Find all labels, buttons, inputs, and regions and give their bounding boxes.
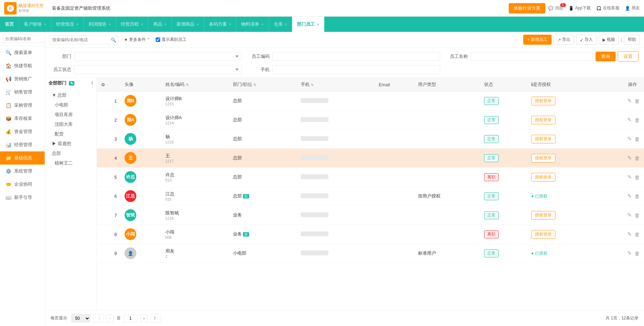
nav-tab-仓库[interactable]: 仓库×	[269, 17, 292, 32]
delete-icon[interactable]: 🗑	[635, 136, 640, 142]
nav-tab-close-商品[interactable]: ×	[164, 22, 166, 26]
settings-icon[interactable]: ⚙	[101, 82, 105, 87]
nav-tab-经营历程[interactable]: 经营历程×	[116, 17, 148, 32]
show-left-employees-label[interactable]: 显示离职员工	[156, 37, 187, 43]
dept-node-hq[interactable]: ▼ 总部	[45, 90, 97, 100]
nav-tab-close-仓库[interactable]: ×	[285, 22, 287, 26]
dept-node-shuangxiang[interactable]: ▶ 双鹿想	[45, 139, 97, 149]
edit-icon[interactable]: ✎	[627, 117, 632, 123]
page-size-select[interactable]: 50 20 100	[71, 314, 90, 323]
set-btn[interactable]: 设置	[618, 51, 638, 62]
sidebar-item-search-menu[interactable]: 🔍搜索菜单	[0, 46, 45, 59]
delete-icon[interactable]: 🗑	[635, 250, 640, 256]
nav-tab-首页[interactable]: 首页	[0, 17, 19, 32]
nav-tab-经营情况[interactable]: 经营情况×	[51, 17, 83, 32]
edit-icon[interactable]: ✎	[627, 155, 632, 161]
delete-icon[interactable]: 🗑	[635, 174, 640, 180]
edit-icon[interactable]: ✎	[627, 231, 632, 237]
import-btn[interactable]: ↙ 导入	[576, 35, 597, 45]
sidebar-item-inventory[interactable]: 📦库存核算	[0, 112, 45, 125]
delete-icon[interactable]: 🗑	[635, 193, 640, 199]
online-service-btn[interactable]: 🎧 在线客服	[596, 5, 619, 11]
phone-input[interactable]	[272, 65, 440, 74]
nav-tab-close-条码方案[interactable]: ×	[229, 22, 231, 26]
sidebar-item-guide[interactable]: 📖新手引导	[0, 191, 45, 204]
col-name[interactable]: 姓名/编码 ⇅	[163, 78, 230, 91]
sidebar-item-marketing[interactable]: 📢营销推广	[0, 72, 45, 86]
delete-icon[interactable]: 🗑	[635, 231, 640, 237]
delete-icon[interactable]: 🗑	[635, 212, 640, 218]
nav-tab-close-经营情况[interactable]: ×	[76, 22, 78, 26]
delete-icon[interactable]: 🗑	[635, 117, 640, 123]
user-menu[interactable]: 👤 用友	[625, 5, 640, 11]
nav-tab-物料清单[interactable]: 物料清单×	[236, 17, 269, 32]
dept-filter-select[interactable]	[74, 52, 242, 61]
edit-icon[interactable]: ✎	[627, 98, 632, 104]
message-btn[interactable]: 💬 消息 5	[548, 5, 563, 11]
edit-icon[interactable]: ✎	[627, 212, 632, 218]
nav-tab-close-客户联络[interactable]: ×	[44, 22, 46, 26]
auth-btn[interactable]: 授权登录	[531, 97, 555, 105]
sidebar-item-quick-nav[interactable]: 🏠快捷导航	[0, 59, 45, 72]
first-page-btn[interactable]: 《	[93, 314, 103, 323]
sidebar-item-basic-info[interactable]: 📁基础信息	[0, 151, 45, 165]
dept-edit-icon[interactable]: ✎	[69, 81, 74, 86]
nav-tab-close-新增商品[interactable]: ×	[197, 22, 199, 26]
edit-icon[interactable]: ✎	[627, 250, 632, 256]
nav-tab-close-利润报告[interactable]: ×	[109, 22, 111, 26]
nav-tab-新增商品[interactable]: 新增商品×	[172, 17, 204, 32]
info-icon[interactable]: ℹ	[531, 82, 533, 87]
nav-tab-条码方案[interactable]: 条码方案×	[204, 17, 236, 32]
next-page-btn[interactable]: ›	[140, 315, 148, 322]
prev-page-btn[interactable]: ‹	[106, 315, 114, 322]
emp-name-input[interactable]	[471, 52, 593, 61]
dept-node-small-elec[interactable]: 小电部	[45, 100, 97, 110]
view-btn[interactable]: ▶ 视频	[599, 35, 619, 45]
dept-collapse-btn[interactable]: 《	[89, 81, 93, 86]
edit-icon[interactable]: ✎	[627, 174, 632, 180]
auth-btn[interactable]: 授权登录	[531, 173, 555, 182]
sidebar-item-system[interactable]: ⚙️系统管理	[0, 165, 45, 178]
col-phone[interactable]: 手机 ⇅	[298, 78, 376, 91]
more-filter-btn[interactable]: ▼ 更多条件 ⌃	[121, 35, 153, 44]
auth-btn[interactable]: 授权登录	[531, 211, 555, 220]
delete-icon[interactable]: 🗑	[635, 155, 640, 161]
nav-tab-close-经营历程[interactable]: ×	[141, 22, 143, 26]
show-left-employees-checkbox[interactable]	[156, 37, 160, 42]
auth-btn[interactable]: 授权登录	[531, 230, 555, 239]
sidebar-item-operations[interactable]: 📊经营管理	[0, 138, 45, 151]
emp-code-input[interactable]	[272, 52, 440, 61]
nav-tab-客户联络[interactable]: 客户联络×	[19, 17, 51, 32]
nav-tab-部门员工[interactable]: 部门员工×	[292, 17, 324, 32]
add-employee-btn[interactable]: + 新增员工	[523, 35, 552, 45]
auth-btn[interactable]: 授权登录	[531, 154, 555, 162]
nav-tab-商品[interactable]: 商品×	[148, 17, 172, 32]
trial-button[interactable]: 体验行业方案	[509, 3, 545, 14]
sidebar-item-finance[interactable]: 💰资金管理	[0, 125, 45, 138]
col-dept[interactable]: 部门/职位 ⇅	[230, 78, 298, 91]
auth-btn[interactable]: 授权登录	[531, 116, 555, 124]
help-btn[interactable]: 帮助	[624, 35, 640, 45]
auth-btn[interactable]: 授权登录	[531, 135, 555, 143]
employee-search-icon[interactable]: 🔍	[111, 37, 116, 42]
nav-tab-close-物料清单[interactable]: ×	[261, 22, 263, 26]
page-number-input[interactable]	[124, 315, 137, 322]
sidebar-item-sales[interactable]: 🛒销售管理	[0, 86, 45, 99]
dept-node-planting[interactable]: 植树王二	[45, 158, 97, 168]
dept-node-project[interactable]: 项目库房	[45, 110, 97, 120]
nav-tab-利润报告[interactable]: 利润报告×	[84, 17, 116, 32]
sidebar-item-purchase[interactable]: 📋采购管理	[0, 99, 45, 112]
dept-node-hq2[interactable]: 总部	[45, 149, 97, 158]
sidebar-item-corp[interactable]: 🤝企业协同	[0, 178, 45, 191]
edit-icon[interactable]: ✎	[627, 193, 632, 199]
dept-node-shenyang[interactable]: 沈阳大库	[45, 120, 97, 129]
employee-search-input[interactable]	[49, 35, 118, 44]
dept-node-distribution[interactable]: 配货	[45, 129, 97, 139]
edit-icon[interactable]: ✎	[627, 136, 632, 142]
export-btn[interactable]: ↗ 导出	[554, 35, 574, 45]
app-download-btn[interactable]: 📱 App下载	[569, 5, 591, 11]
delete-icon[interactable]: 🗑	[635, 98, 640, 104]
sidebar-search-input[interactable]	[3, 35, 45, 43]
nav-tab-close-部门员工[interactable]: ×	[317, 22, 319, 26]
search-btn[interactable]: 查询	[596, 52, 616, 61]
